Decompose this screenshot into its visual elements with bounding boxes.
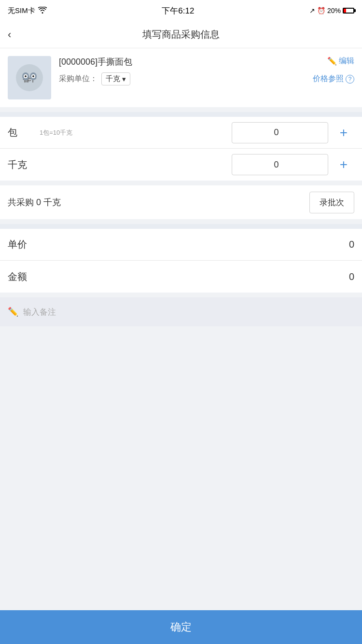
section-divider-2 <box>0 224 362 229</box>
nav-bar: ‹ 填写商品采购信息 <box>0 21 362 48</box>
product-info: [0000006]手撕面包 ✏️ 编辑 采购单位： 千克 ▾ 价格参照 ? <box>59 56 354 85</box>
amount-value: 0 <box>349 271 354 282</box>
unit-price-value: 0 <box>349 239 354 250</box>
record-batch-button[interactable]: 录批次 <box>309 192 354 213</box>
battery-icon <box>343 8 354 14</box>
unit-label: 采购单位： 千克 ▾ <box>59 72 130 85</box>
status-left: 无SIM卡 <box>8 6 47 15</box>
total-unit: 千克 <box>43 197 61 207</box>
total-row: 共采购 0 千克 录批次 <box>0 185 362 219</box>
kg-row: 千克 + <box>0 149 362 181</box>
alarm-icon: ⏰ <box>317 7 325 14</box>
dropdown-arrow-icon: ▾ <box>122 75 126 84</box>
bag-sub-label: 1包=10千克 <box>40 128 72 137</box>
bag-row: 包 1包=10千克 + <box>0 117 362 149</box>
amount-row: 金额 0 <box>0 261 362 293</box>
product-name: [0000006]手撕面包 <box>59 56 132 68</box>
location-icon: ↗ <box>309 7 315 14</box>
amount-label: 金额 <box>8 270 27 283</box>
svg-point-7 <box>32 75 34 77</box>
unit-dropdown[interactable]: 千克 ▾ <box>101 72 130 85</box>
edit-button[interactable]: ✏️ 编辑 <box>327 56 354 66</box>
bag-input[interactable] <box>232 122 328 143</box>
product-card: 智十 [0000006]手撕面包 ✏️ 编辑 <box>0 48 362 107</box>
unit-value: 千克 <box>106 74 120 84</box>
price-section: 单价 0 金额 0 <box>0 229 362 293</box>
note-placeholder: 输入备注 <box>23 307 56 318</box>
note-section[interactable]: ✏️ 输入备注 <box>0 297 362 326</box>
product-logo: 智十 <box>15 63 44 92</box>
status-bar: 无SIM卡 下午6:12 ↗ ⏰ 20% <box>0 0 362 21</box>
wifi-icon <box>38 7 47 15</box>
confirm-button[interactable]: 确定 <box>0 610 362 644</box>
page-title: 填写商品采购信息 <box>142 28 220 41</box>
price-ref-label: 价格参照 <box>313 74 344 84</box>
status-right: ↗ ⏰ 20% <box>309 7 354 14</box>
total-value: 0 <box>36 197 41 207</box>
quantity-form-section: 包 1包=10千克 + 千克 + <box>0 117 362 181</box>
edit-icon: ✏️ <box>327 56 337 66</box>
price-ref-button[interactable]: 价格参照 ? <box>313 74 354 84</box>
battery-percent: 20% <box>327 7 341 14</box>
carrier-text: 无SIM卡 <box>8 6 35 15</box>
content-spacer <box>0 331 362 610</box>
bag-plus-button[interactable]: + <box>333 122 354 143</box>
status-time: 下午6:12 <box>162 5 194 16</box>
kg-plus-button[interactable]: + <box>333 154 354 175</box>
content: 智十 [0000006]手撕面包 ✏️ 编辑 <box>0 48 362 610</box>
back-button[interactable]: ‹ <box>4 25 15 45</box>
price-ref-help-icon: ? <box>346 75 354 84</box>
product-image: 智十 <box>8 56 51 99</box>
kg-input[interactable] <box>232 154 328 175</box>
edit-label: 编辑 <box>339 56 354 66</box>
section-divider-1 <box>0 112 362 117</box>
kg-label: 千克 <box>8 158 37 171</box>
bag-label: 包 <box>8 126 37 139</box>
unit-price-label: 单价 <box>8 238 27 251</box>
unit-price-row: 单价 0 <box>0 229 362 261</box>
pencil-icon: ✏️ <box>8 307 18 317</box>
svg-point-6 <box>25 75 27 77</box>
total-label: 共采购 0 千克 <box>8 196 61 208</box>
